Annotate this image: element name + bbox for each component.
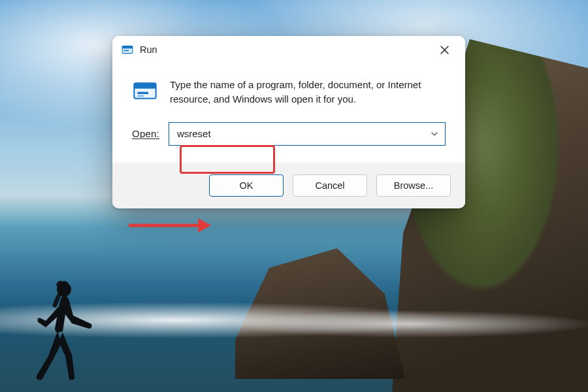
svg-rect-6 xyxy=(137,92,148,94)
dialog-description: Type the name of a program, folder, docu… xyxy=(170,78,446,106)
dialog-title: Run xyxy=(140,44,430,55)
svg-rect-3 xyxy=(123,50,129,52)
dialog-body: Type the name of a program, folder, docu… xyxy=(112,63,465,163)
annotation-arrow xyxy=(127,216,212,235)
titlebar[interactable]: Run xyxy=(112,36,465,63)
svg-rect-5 xyxy=(134,83,155,88)
run-large-icon xyxy=(132,78,158,104)
run-icon xyxy=(122,44,133,56)
svg-rect-2 xyxy=(122,46,133,48)
run-dialog: Run Type the name of a program, folder, xyxy=(112,36,465,208)
open-dropdown-button[interactable] xyxy=(424,123,445,145)
browse-button[interactable]: Browse... xyxy=(376,174,451,197)
svg-marker-9 xyxy=(198,218,211,233)
cancel-button[interactable]: Cancel xyxy=(293,174,367,197)
close-icon xyxy=(440,46,449,54)
dialog-footer: OK Cancel Browse... xyxy=(112,163,465,208)
close-button[interactable] xyxy=(430,40,459,59)
open-input[interactable] xyxy=(169,123,424,145)
chevron-down-icon xyxy=(431,130,438,138)
svg-rect-7 xyxy=(137,95,144,97)
open-combobox[interactable] xyxy=(169,122,446,146)
open-label: Open: xyxy=(132,128,159,139)
desktop-wallpaper: Run Type the name of a program, folder, xyxy=(0,0,588,392)
wallpaper-runner-silhouette xyxy=(26,278,98,382)
ok-button[interactable]: OK xyxy=(209,174,284,197)
